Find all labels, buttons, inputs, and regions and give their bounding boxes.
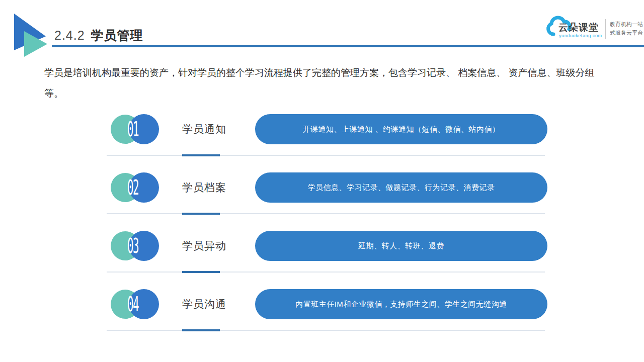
page-title: 2.4.2 学员管理 (54, 27, 143, 43)
row-divider-accent (182, 329, 220, 331)
row-divider (107, 330, 545, 331)
section-title: 学员管理 (91, 28, 143, 42)
section-number: 2.4.2 (54, 28, 85, 42)
brand-tagline-line2: 式服务云平台 (610, 29, 643, 37)
row-divider (107, 272, 545, 273)
row-divider (107, 155, 545, 156)
row-description-pill: 学员信息、学习记录、做题记录、行为记录、消费记录 (255, 172, 547, 203)
row-description-pill: 延期、转人、转班、退费 (255, 231, 547, 261)
row-number: 02 (125, 173, 140, 202)
list-item-student-archive: 02 学员档案 学员信息、学习记录、做题记录、行为记录、消费记录 (106, 169, 547, 227)
row-number: 03 (125, 231, 140, 260)
feature-list: 01 学员通知 开课通知、上课通知 、约课通知（短信、微信、站内信） 02 学员… (106, 111, 547, 344)
brand-domain: yunduoketang.com (559, 33, 602, 38)
row-divider-accent (182, 154, 220, 156)
slide-student-management: { "header": { "section_number": "2.4.2",… (0, 0, 644, 362)
list-item-student-change: 03 学员异动 延期、转人、转班、退费 (106, 227, 547, 286)
row-divider-accent (182, 213, 220, 215)
row-description-pill: 开课通知、上课通知 、约课通知（短信、微信、站内信） (255, 114, 547, 144)
brand-tagline-line1: 教育机构一站 (610, 20, 643, 29)
logo-divider (605, 19, 606, 39)
row-label: 学员通知 (165, 111, 244, 148)
row-divider-accent (182, 271, 220, 273)
row-description-pill: 内置班主任IM和企业微信，支持师生之间、学生之间无缝沟通 (255, 289, 547, 319)
intro-paragraph: 学员是培训机构最重要的资产，针对学员的整个学习流程提供了完整的管理方案，包含学习… (44, 62, 612, 104)
brand-name: 云朵课堂 (558, 21, 599, 34)
row-number: 04 (125, 290, 140, 319)
row-number: 01 (125, 115, 140, 144)
row-label: 学员档案 (165, 169, 244, 206)
row-label: 学员异动 (165, 227, 244, 264)
row-label: 学员沟通 (165, 286, 244, 323)
brand-logo: 云朵课堂 yunduoketang.com 教育机构一站 式服务云平台 (546, 14, 644, 44)
title-underline (52, 45, 644, 47)
list-item-student-notice: 01 学员通知 开课通知、上课通知 、约课通知（短信、微信、站内信） (106, 111, 547, 169)
list-item-student-communication: 04 学员沟通 内置班主任IM和企业微信，支持师生之间、学生之间无缝沟通 (106, 286, 547, 344)
brand-tagline: 教育机构一站 式服务云平台 (610, 20, 643, 37)
row-divider (107, 213, 545, 214)
